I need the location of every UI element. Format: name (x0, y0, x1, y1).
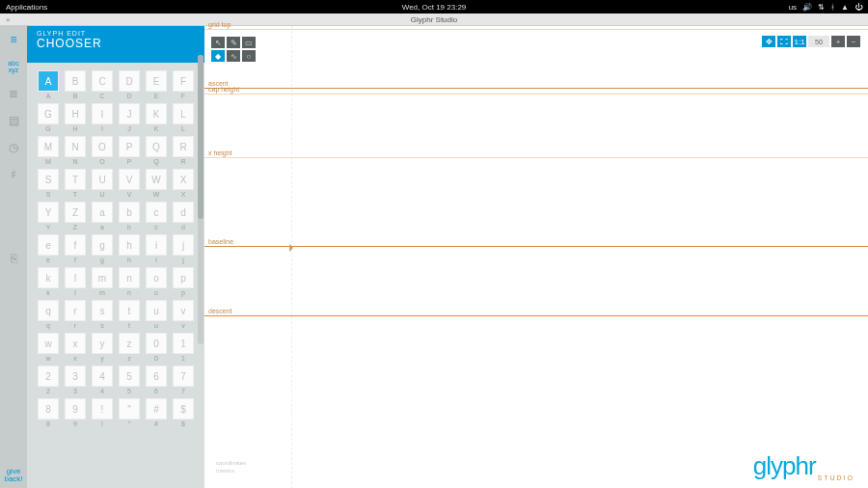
glyph-tile[interactable]: a (92, 202, 113, 223)
input-icon[interactable]: us (789, 3, 797, 12)
glyph-tile[interactable]: 7 (173, 366, 194, 387)
glyph-tile[interactable]: D (119, 70, 140, 92)
metrics-icon[interactable]: ♯ (1, 162, 26, 187)
pan-tool[interactable]: ✥ (762, 36, 775, 47)
oval-tool[interactable]: ○ (242, 50, 256, 62)
glyph-tile[interactable]: 9 (65, 398, 86, 420)
glyph-tile[interactable]: j (173, 234, 194, 256)
glyph-tile[interactable]: x (65, 333, 86, 354)
zoom-in-button[interactable]: + (831, 36, 845, 47)
glyph-tile[interactable]: # (146, 398, 167, 420)
glyph-tile[interactable]: $ (173, 398, 194, 420)
glyph-tile[interactable]: " (119, 398, 140, 420)
glyphr-logo: glyphrSTUDIO (753, 451, 854, 481)
onetoone-tool[interactable]: 1:1 (793, 36, 806, 47)
glyph-tile[interactable]: y (92, 333, 113, 354)
arrow-tool[interactable]: ↖ (211, 37, 225, 48)
glyph-tile[interactable]: p (173, 267, 194, 288)
glyph-tile[interactable]: T (65, 169, 86, 190)
glyph-tile[interactable]: 8 (38, 398, 59, 420)
glyph-tile[interactable]: e (38, 234, 59, 256)
layers-icon[interactable]: ≣ (1, 81, 26, 106)
glyph-tile[interactable]: O (92, 136, 113, 157)
glyph-tile[interactable]: u (146, 300, 167, 321)
glyph-tile[interactable]: L (173, 103, 194, 124)
guide-label: baseline (208, 238, 233, 245)
glyph-tile[interactable]: t (119, 300, 140, 321)
glyph-tile[interactable]: 1 (173, 333, 194, 354)
glyph-tile[interactable]: B (65, 70, 86, 92)
glyph-tile[interactable]: X (173, 169, 194, 190)
zoom-level-field[interactable]: 50 (808, 36, 829, 47)
glyph-tile[interactable]: f (65, 234, 86, 256)
glyph-tile[interactable]: s (92, 300, 113, 321)
glyph-tile[interactable]: E (146, 70, 167, 92)
give-back-link[interactable]: give back! (4, 468, 22, 483)
rect-tool[interactable]: ▭ (242, 37, 256, 48)
glyph-tile[interactable]: W (146, 169, 167, 190)
glyph-tile[interactable]: M (38, 136, 59, 157)
glyph-tile[interactable]: U (92, 169, 113, 190)
fit-tool[interactable]: ⛶ (777, 36, 791, 47)
network-icon[interactable]: ⇅ (818, 3, 825, 12)
glyph-tile[interactable]: K (146, 103, 167, 124)
scrollbar-thumb[interactable] (198, 55, 203, 219)
applications-menu[interactable]: Applications (6, 3, 47, 12)
glyph-tile[interactable]: r (65, 300, 86, 321)
export-icon[interactable]: ⎘ (1, 246, 26, 271)
glyph-tile[interactable]: V (119, 169, 140, 190)
zoom-out-button[interactable]: − (847, 36, 860, 47)
glyph-editor-canvas[interactable]: grid topascentcap heightx heightbaseline… (204, 26, 868, 488)
power-icon[interactable]: ⏻ (854, 3, 862, 12)
volume-icon[interactable]: 🔊 (802, 3, 812, 12)
list-icon[interactable]: ▤ (1, 108, 26, 133)
pen-tool[interactable]: ✎ (227, 37, 240, 48)
glyph-tile[interactable]: R (173, 136, 194, 157)
glyph-tile[interactable]: v (173, 300, 194, 321)
notif-icon[interactable]: ▲ (841, 3, 849, 12)
glyph-tile[interactable]: 2 (38, 366, 59, 387)
glyph-tile[interactable]: P (119, 136, 140, 157)
glyph-tile[interactable]: c (146, 202, 167, 223)
bt-icon[interactable]: ᚼ (830, 3, 835, 12)
glyph-tile[interactable]: d (173, 202, 194, 223)
glyph-tile[interactable]: n (119, 267, 140, 288)
glyph-tile[interactable]: o (146, 267, 167, 288)
glyph-tile[interactable]: 5 (119, 366, 140, 387)
glyph-tile[interactable]: F (173, 70, 194, 92)
left-sidebearing-guide (291, 26, 292, 488)
glyph-tile[interactable]: q (38, 300, 59, 321)
glyph-tile[interactable]: S (38, 169, 59, 190)
glyph-tile[interactable]: J (119, 103, 140, 124)
glyph-tile[interactable]: Z (65, 202, 86, 223)
abc-icon[interactable]: abc xyz (1, 54, 26, 79)
glyph-tile[interactable]: ! (92, 398, 113, 420)
glyph-tile[interactable]: N (65, 136, 86, 157)
menu-icon[interactable]: ≡ (1, 27, 26, 52)
path-tool[interactable]: ∿ (227, 50, 240, 62)
glyph-tile[interactable]: A (38, 70, 59, 92)
glyph-tile[interactable]: z (119, 333, 140, 354)
glyph-tile[interactable]: w (38, 333, 59, 354)
glyph-tile[interactable]: Q (146, 136, 167, 157)
panel-scrollbar[interactable] (198, 55, 203, 344)
point-tool[interactable]: ◆ (211, 50, 225, 62)
glyph-tile[interactable]: m (92, 267, 113, 288)
glyph-tile[interactable]: l (65, 267, 86, 288)
glyph-tile[interactable]: h (119, 234, 140, 256)
glyph-tile[interactable]: 3 (65, 366, 86, 387)
glyph-tile[interactable]: 6 (146, 366, 167, 387)
glyph-tile[interactable]: i (146, 234, 167, 256)
glyph-tile[interactable]: k (38, 267, 59, 288)
glyph-tile[interactable]: H (65, 103, 86, 124)
glyph-tile[interactable]: b (119, 202, 140, 223)
glyph-tile[interactable]: I (92, 103, 113, 124)
glyph-tile[interactable]: g (92, 234, 113, 256)
glyph-tile[interactable]: 0 (146, 333, 167, 354)
glyph-tile[interactable]: 4 (92, 366, 113, 387)
glyph-tile[interactable]: Y (38, 202, 59, 223)
window-close-button[interactable]: × (6, 15, 11, 24)
glyph-tile[interactable]: C (92, 70, 113, 92)
glyph-tile[interactable]: G (38, 103, 59, 124)
history-icon[interactable]: ◷ (1, 135, 26, 160)
